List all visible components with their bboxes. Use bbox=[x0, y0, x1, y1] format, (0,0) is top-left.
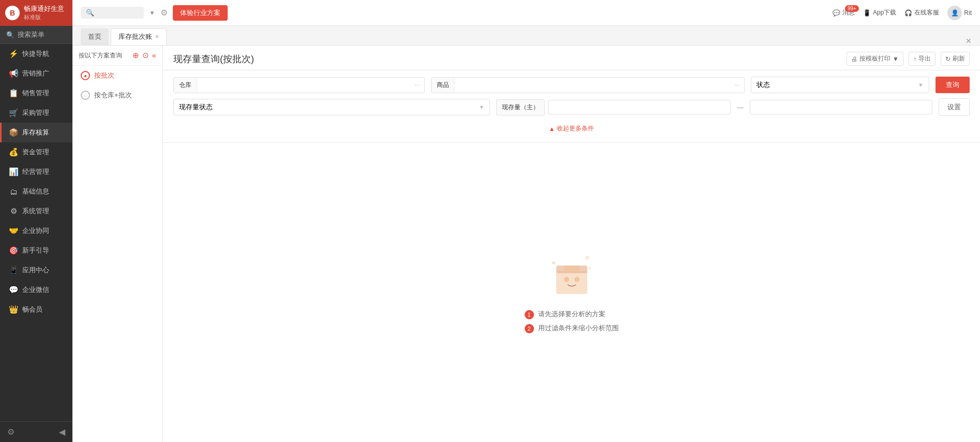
marketing-icon: 📢 bbox=[9, 69, 18, 78]
tab-home[interactable]: 首页 bbox=[81, 28, 109, 45]
print-label: 按模板打印 bbox=[859, 54, 890, 63]
nav-icon: ⚡ bbox=[9, 49, 18, 58]
online-service-btn[interactable]: 🎧 在线客服 bbox=[904, 8, 939, 17]
tab-close-icon[interactable]: × bbox=[155, 33, 159, 40]
print-icon: 🖨 bbox=[851, 55, 857, 63]
wechat-icon: 💬 bbox=[9, 285, 18, 294]
sidebar-item-basic[interactable]: 🗂 基础信息 bbox=[0, 182, 72, 201]
collapse-icon: ▲ bbox=[549, 125, 555, 132]
stock-status-filter[interactable]: 现存量状态 ▼ bbox=[173, 99, 490, 115]
stock-qty-label: 现存量（主） bbox=[496, 99, 545, 115]
messages-badge: 99+ bbox=[845, 5, 859, 12]
page-header: 现存量查询(按批次) 🖨 按模板打印 ▼ ↑ 导出 ↻ 刷新 bbox=[163, 46, 980, 70]
sidebar: B 畅康通好生意 标准版 🔍 搜索菜单 ⚡ 快捷导航 📢 营销推广 📋 销售管理… bbox=[0, 0, 72, 442]
app-download-btn[interactable]: 📱 App下载 bbox=[863, 8, 896, 17]
sales-icon: 📋 bbox=[9, 89, 18, 98]
sidebar-item-label: 采购管理 bbox=[22, 108, 49, 117]
step-1-text: 请先选择要分析的方案 bbox=[538, 310, 605, 319]
system-icon: ⚙ bbox=[9, 207, 18, 216]
sidebar-item-nav[interactable]: ⚡ 快捷导航 bbox=[0, 44, 72, 64]
scheme-active-icon: ● bbox=[81, 71, 90, 80]
product-filter[interactable]: 商品 ··· bbox=[431, 77, 745, 93]
sidebar-item-inventory[interactable]: 📦 库存核算 bbox=[0, 123, 72, 142]
scheme-item-batch[interactable]: ● 按批次 bbox=[72, 66, 162, 85]
sidebar-item-finance[interactable]: 💰 资金管理 bbox=[0, 142, 72, 162]
sidebar-item-guide[interactable]: 🎯 新手引导 bbox=[0, 241, 72, 260]
app-name: 畅康通好生意 bbox=[24, 5, 64, 13]
sidebar-search[interactable]: 🔍 搜索菜单 bbox=[0, 26, 72, 44]
sidebar-item-label: 经营管理 bbox=[22, 167, 49, 176]
app-title-group: 畅康通好生意 标准版 bbox=[24, 5, 64, 21]
scheme-item-warehouse-batch[interactable]: ○ 按仓库+批次 bbox=[72, 85, 162, 105]
svg-point-5 bbox=[552, 261, 555, 264]
guide-icon: 🎯 bbox=[9, 246, 18, 255]
right-panel: 现存量查询(按批次) 🖨 按模板打印 ▼ ↑ 导出 ↻ 刷新 bbox=[163, 46, 980, 442]
sidebar-item-label: 基础信息 bbox=[22, 187, 49, 196]
svg-point-4 bbox=[574, 277, 580, 282]
sidebar-item-label: 畅会员 bbox=[22, 305, 42, 314]
refresh-icon: ↻ bbox=[945, 55, 951, 63]
product-more-icon[interactable]: ··· bbox=[731, 78, 744, 92]
sidebar-item-member[interactable]: 👑 畅会员 bbox=[0, 300, 72, 319]
search-icon: 🔍 bbox=[6, 31, 14, 39]
query-button[interactable]: 查询 bbox=[936, 77, 970, 93]
sidebar-item-app[interactable]: 📱 应用中心 bbox=[0, 260, 72, 280]
topbar-search-input[interactable] bbox=[97, 9, 139, 17]
purchase-icon: 🛒 bbox=[9, 108, 18, 117]
stock-qty-from-input[interactable] bbox=[548, 100, 731, 114]
filter-row-2: 现存量状态 ▼ 现存量（主） — 设置 bbox=[173, 98, 970, 116]
avatar: 👤 bbox=[947, 6, 962, 20]
product-input[interactable] bbox=[455, 78, 731, 92]
sidebar-item-label: 系统管理 bbox=[22, 207, 49, 216]
stock-status-label: 现存量状态 bbox=[179, 102, 213, 112]
print-dropdown-icon[interactable]: ▼ bbox=[893, 55, 899, 63]
svg-point-7 bbox=[585, 256, 589, 260]
svg-rect-0 bbox=[556, 271, 587, 294]
warehouse-input[interactable] bbox=[197, 78, 411, 92]
settings-gear-icon[interactable]: ⚙ bbox=[160, 8, 168, 18]
panel-close-btn[interactable]: ✕ bbox=[966, 37, 972, 45]
status-label: 状态 bbox=[756, 80, 770, 90]
status-filter[interactable]: 状态 ▼ bbox=[751, 77, 929, 93]
scheme-list: ● 按批次 ○ 按仓库+批次 bbox=[72, 66, 162, 105]
step-1-num: 1 bbox=[525, 310, 534, 319]
experience-btn[interactable]: 体验行业方案 bbox=[173, 5, 228, 21]
scheme-batch-label: 按批次 bbox=[94, 71, 114, 80]
collapse-left-btn[interactable]: « bbox=[152, 51, 156, 60]
finance-icon: 💰 bbox=[9, 148, 18, 157]
collapse-icon[interactable]: ◀ bbox=[59, 427, 65, 437]
topbar-search-box[interactable]: 🔍 bbox=[81, 7, 144, 19]
dropdown-icon[interactable]: ▼ bbox=[149, 9, 155, 17]
sidebar-item-wechat[interactable]: 💬 企业微信 bbox=[0, 280, 72, 300]
warehouse-filter[interactable]: 仓库 ··· bbox=[173, 77, 425, 93]
close-icon: ✕ bbox=[966, 37, 972, 45]
settings-icon[interactable]: ⚙ bbox=[7, 427, 14, 437]
sidebar-item-system[interactable]: ⚙ 系统管理 bbox=[0, 201, 72, 221]
warehouse-more-icon[interactable]: ··· bbox=[411, 78, 424, 92]
user-profile[interactable]: 👤 Rit bbox=[947, 6, 972, 20]
app-icon: 📱 bbox=[9, 266, 18, 275]
export-icon: ↑ bbox=[913, 55, 916, 63]
sidebar-item-enterprise[interactable]: 🤝 企业协同 bbox=[0, 221, 72, 241]
export-btn[interactable]: ↑ 导出 bbox=[909, 52, 936, 66]
step-2-num: 2 bbox=[525, 324, 534, 333]
sidebar-item-marketing[interactable]: 📢 营销推广 bbox=[0, 64, 72, 83]
topbar-search-icon: 🔍 bbox=[86, 9, 94, 17]
sidebar-item-operation[interactable]: 📊 经营管理 bbox=[0, 162, 72, 182]
left-panel-actions: ⊕ ⊙ « bbox=[132, 51, 156, 60]
svg-rect-2 bbox=[564, 266, 580, 271]
print-btn[interactable]: 🖨 按模板打印 ▼ bbox=[847, 52, 903, 66]
sidebar-item-purchase[interactable]: 🛒 采购管理 bbox=[0, 103, 72, 123]
settings-scheme-btn[interactable]: ⊙ bbox=[142, 51, 149, 60]
collapse-more-btn[interactable]: ▲ 收起更多条件 bbox=[173, 121, 970, 136]
sidebar-item-sales[interactable]: 📋 销售管理 bbox=[0, 83, 72, 103]
add-scheme-btn[interactable]: ⊕ bbox=[132, 51, 139, 60]
settings-button[interactable]: 设置 bbox=[939, 98, 970, 116]
messages-btn[interactable]: 💬 消息 99+ bbox=[833, 8, 855, 17]
sidebar-nav: ⚡ 快捷导航 📢 营销推广 📋 销售管理 🛒 采购管理 📦 库存核算 💰 资金管… bbox=[0, 44, 72, 421]
stock-qty-to-input[interactable] bbox=[750, 100, 932, 114]
user-icon: 👤 bbox=[951, 9, 959, 17]
tab-inventory-batch[interactable]: 库存批次账 × bbox=[111, 28, 167, 45]
refresh-btn[interactable]: ↻ 刷新 bbox=[941, 52, 970, 66]
app-logo: B bbox=[5, 6, 20, 20]
